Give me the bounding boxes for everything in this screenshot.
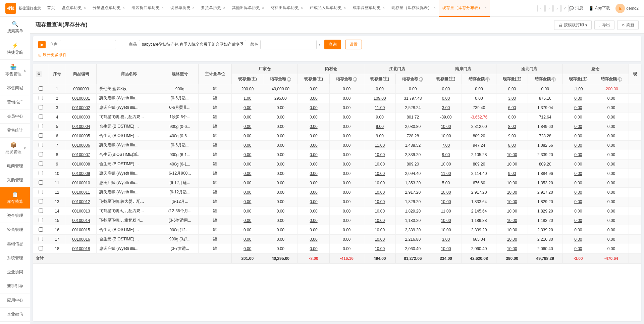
nav-prev[interactable]: ‹: [537, 5, 545, 12]
row-code[interactable]: 00100006: [66, 141, 96, 150]
row-jiangbei-current[interactable]: 0.00: [364, 84, 395, 94]
row-total-current[interactable]: 0.00: [562, 141, 594, 150]
sidebar-item-marketing[interactable]: 营销推广: [0, 95, 30, 109]
sidebar-item-finance[interactable]: 资金管理: [0, 209, 30, 223]
row-mountain-current[interactable]: 0.00: [298, 84, 329, 94]
row-factory-current[interactable]: 0.00: [232, 103, 263, 112]
row-factory-current[interactable]: 0.00: [232, 216, 263, 225]
row-factory-current[interactable]: 0.00: [232, 188, 263, 197]
user-menu[interactable]: E demo2: [615, 4, 639, 13]
row-nanan-current[interactable]: 10.00: [430, 122, 462, 131]
row-factory-current[interactable]: 0.00: [232, 159, 263, 169]
row-factory-current[interactable]: 0.00: [232, 131, 263, 141]
row-total-current[interactable]: 0.00: [562, 159, 594, 169]
export-button[interactable]: ↓ 导出: [594, 20, 614, 30]
row-yubei-current[interactable]: 3.00: [496, 94, 528, 103]
tab-11-active[interactable]: 现存量（库存分布表）×: [439, 0, 490, 17]
row-checkbox[interactable]: [33, 188, 48, 197]
row-factory-current[interactable]: 0.00: [232, 235, 263, 244]
collapse-arrow[interactable]: ▶: [38, 41, 46, 48]
row-mountain-current[interactable]: 0.00: [298, 169, 329, 178]
row-jiangbei-current[interactable]: 10.00: [364, 206, 395, 216]
warehouse-dots[interactable]: ...: [118, 42, 125, 47]
nav-expand[interactable]: ⤢: [561, 5, 569, 12]
settings-button[interactable]: 设置: [345, 40, 362, 49]
row-yubei-current[interactable]: 6.00: [496, 103, 528, 112]
row-mountain-current[interactable]: 0.00: [298, 197, 329, 206]
message-btn[interactable]: 💬 消息: [569, 5, 583, 11]
row-nanan-current[interactable]: 5.00: [430, 178, 462, 188]
sidebar-item-retail-mall[interactable]: 零售商城: [0, 81, 30, 95]
row-checkbox[interactable]: [33, 112, 48, 122]
nav-close[interactable]: ×: [553, 5, 561, 12]
warehouse-input[interactable]: [60, 40, 116, 49]
row-code[interactable]: 00100016: [66, 235, 96, 244]
color-input[interactable]: [260, 40, 317, 49]
row-yubei-current[interactable]: 10.00: [496, 188, 528, 197]
row-factory-current[interactable]: 0.00: [232, 197, 263, 206]
tab-3[interactable]: 组装拆卸单历史×: [128, 0, 167, 17]
row-mountain-current[interactable]: 0.00: [298, 188, 329, 197]
row-mountain-current[interactable]: 0.00: [298, 122, 329, 131]
row-nanan-current[interactable]: -39.00: [430, 112, 462, 122]
row-jiangbei-current[interactable]: 10.00: [364, 169, 395, 178]
row-mountain-current[interactable]: 0.00: [298, 131, 329, 141]
row-checkbox[interactable]: [33, 131, 48, 141]
row-factory-current[interactable]: 0.00: [232, 178, 263, 188]
row-yubei-current[interactable]: 10.00: [496, 216, 528, 225]
row-nanan-current[interactable]: 11.00: [430, 169, 462, 178]
row-checkbox[interactable]: [33, 94, 48, 103]
row-mountain-current[interactable]: 0.00: [298, 178, 329, 188]
row-jiangbei-current[interactable]: 9.00: [364, 122, 395, 131]
sidebar-item-basic-info[interactable]: 基础信息: [0, 237, 30, 251]
expand-conditions-btn[interactable]: ⊞ 展开更多条件: [38, 52, 67, 58]
row-factory-current[interactable]: 0.00: [232, 206, 263, 216]
row-code[interactable]: 00100011: [66, 188, 96, 197]
row-checkbox[interactable]: [33, 122, 48, 131]
row-total-current[interactable]: 0.00: [562, 103, 594, 112]
row-mountain-current[interactable]: 0.00: [298, 150, 329, 159]
row-mountain-current[interactable]: 0.00: [298, 206, 329, 216]
row-factory-current[interactable]: 0.00: [232, 112, 263, 122]
row-nanan-current[interactable]: 10.00: [430, 216, 462, 225]
row-total-current[interactable]: 0.00: [562, 178, 594, 188]
sidebar-item-purchase[interactable]: 采购管理: [0, 173, 30, 187]
sidebar-item-retail-stats[interactable]: 零售统计: [0, 124, 30, 138]
row-code[interactable]: 0000003: [66, 84, 96, 94]
row-factory-current[interactable]: 200.00: [232, 84, 263, 94]
row-code[interactable]: 00100018: [66, 244, 96, 253]
row-jiangbei-current[interactable]: 9.00: [364, 131, 395, 141]
row-nanan-current[interactable]: 10.00: [430, 225, 462, 235]
sidebar-item-quick-nav[interactable]: ⚡ 快捷导航: [0, 38, 30, 60]
tab-8[interactable]: 产成品入库单历史×: [306, 0, 349, 17]
app-download-btn[interactable]: 📱 App下载: [589, 5, 610, 11]
row-yubei-current[interactable]: 10.00: [496, 235, 528, 244]
sidebar-item-enterprise[interactable]: 企业协同: [0, 265, 30, 279]
row-yubei-current[interactable]: 9.00: [496, 131, 528, 141]
row-total-current[interactable]: 0.00: [562, 169, 594, 178]
row-yubei-current[interactable]: 8.00: [496, 122, 528, 131]
row-mountain-current[interactable]: 0.00: [298, 112, 329, 122]
row-yubei-current[interactable]: 10.00: [496, 244, 528, 253]
row-factory-current[interactable]: 1.00: [232, 94, 263, 103]
row-mountain-current[interactable]: 0.00: [298, 216, 329, 225]
sidebar-item-ecommerce[interactable]: 电商管理: [0, 159, 30, 173]
row-checkbox[interactable]: [33, 206, 48, 216]
row-mountain-current[interactable]: 0.00: [298, 141, 329, 150]
row-total-current[interactable]: 0.00: [562, 216, 594, 225]
row-jiangbei-current[interactable]: 11.00: [364, 103, 395, 112]
row-checkbox[interactable]: [33, 197, 48, 206]
tab-7[interactable]: 材料出库单历史×: [267, 0, 306, 17]
row-total-current[interactable]: 0.00: [562, 225, 594, 235]
row-checkbox[interactable]: [33, 225, 48, 235]
row-nanan-current[interactable]: 11.00: [430, 206, 462, 216]
row-code[interactable]: 00100013: [66, 206, 96, 216]
row-jiangbei-current[interactable]: 10.00: [364, 188, 395, 197]
row-nanan-current[interactable]: 10.00: [430, 159, 462, 169]
row-yubei-current[interactable]: 10.00: [496, 178, 528, 188]
sidebar-item-operations[interactable]: 经营管理: [0, 223, 30, 237]
row-checkbox[interactable]: [33, 235, 48, 244]
row-jiangbei-current[interactable]: 10.00: [364, 225, 395, 235]
row-factory-current[interactable]: 0.00: [232, 169, 263, 178]
sidebar-item-guide[interactable]: 新手引导: [0, 279, 30, 293]
